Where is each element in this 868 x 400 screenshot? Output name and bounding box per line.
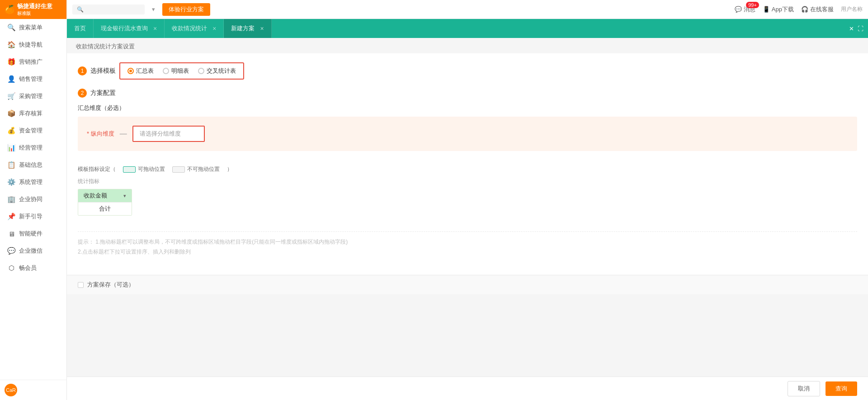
header-search[interactable]: 🔍 bbox=[72, 5, 145, 14]
sidebar-item-hardware[interactable]: 🖥 智能硬件 bbox=[0, 225, 66, 242]
chevron-down-icon: ▾ bbox=[123, 193, 126, 199]
tab-bank-flow-close[interactable]: × bbox=[153, 25, 157, 32]
indicator-table: 收款金额 ▾ 合计 bbox=[78, 189, 132, 216]
form-card: 1 选择模板 汇总表 明细表 交叉统计表 bbox=[67, 53, 868, 275]
tab-receipt-stats[interactable]: 收款情况统计 × bbox=[165, 19, 224, 38]
radio-dot-crosstab bbox=[198, 68, 204, 74]
sidebar-item-guide[interactable]: 📌 新手引导 bbox=[0, 208, 66, 225]
indicator-header[interactable]: 收款金额 ▾ bbox=[78, 189, 132, 202]
radio-summary[interactable]: 汇总表 bbox=[127, 67, 154, 75]
sidebar-item-label: 采购管理 bbox=[19, 92, 42, 100]
sidebar-item-label: 畅会员 bbox=[19, 264, 37, 272]
save-label: 方案保存（可选） bbox=[87, 281, 134, 289]
search-icon: 🔍 bbox=[7, 24, 15, 32]
sidebar-item-wechat[interactable]: 💬 企业微信 bbox=[0, 242, 66, 259]
dimension-area: 纵向维度 — 请选择分组维度 bbox=[78, 117, 857, 151]
chart-icon: 📊 bbox=[7, 144, 15, 152]
sidebar-item-label: 资金管理 bbox=[19, 127, 42, 135]
close-window-icon[interactable]: ✕ bbox=[849, 25, 854, 32]
member-icon: ⬡ bbox=[7, 264, 15, 272]
service-label: 在线客服 bbox=[810, 5, 834, 14]
main-area: 🔍 ▾ 体验行业方案 💬 消息 99+ 📱 App下载 🎧 在线客服 用户名称 … bbox=[67, 0, 868, 400]
tab-new-plan[interactable]: 新建方案 × bbox=[224, 19, 271, 38]
column-header-text: 收款金额 bbox=[84, 192, 107, 200]
sidebar-item-finance[interactable]: 💰 资金管理 bbox=[0, 122, 66, 139]
sidebar-item-label: 基础信息 bbox=[19, 161, 42, 169]
sidebar-item-label: 智能硬件 bbox=[19, 230, 42, 238]
logo-badge: 标准版 bbox=[17, 10, 52, 17]
download-button[interactable]: 📱 App下载 bbox=[763, 5, 794, 14]
building-icon: 🏢 bbox=[7, 195, 15, 203]
footer-bar: 取消 查询 bbox=[67, 376, 868, 400]
gift-icon: 🎁 bbox=[7, 58, 15, 66]
tab-home-label: 首页 bbox=[74, 24, 86, 33]
cart-icon: 🛒 bbox=[7, 92, 15, 100]
legend-suffix: ） bbox=[227, 165, 232, 173]
industry-solution-button[interactable]: 体验行业方案 bbox=[162, 3, 210, 16]
step1-section: 1 选择模板 汇总表 明细表 交叉统计表 bbox=[78, 62, 857, 80]
cancel-button[interactable]: 取消 bbox=[788, 381, 820, 396]
indicators-legend: 模板指标设定（ 可拖动位置 不可拖动位置 ） bbox=[78, 165, 857, 173]
avatar: CaR bbox=[5, 384, 17, 396]
home-icon: 🏠 bbox=[7, 41, 15, 49]
page-title: 收款情况统计方案设置 bbox=[67, 38, 868, 53]
legend-prefix: 模板指标设定（ bbox=[78, 165, 116, 173]
gear-icon: ⚙️ bbox=[7, 178, 15, 186]
dimension-section-title: 汇总维度（必选） bbox=[78, 104, 857, 112]
tab-receipt-stats-close[interactable]: × bbox=[212, 25, 216, 32]
radio-detail[interactable]: 明细表 bbox=[163, 67, 189, 75]
sidebar: 🍊 畅捷通好生意 标准版 🔍 搜索菜单 🏠 快捷导航 🎁 营销推广 👤 销售管理… bbox=[0, 0, 67, 400]
content-area: 收款情况统计方案设置 1 选择模板 汇总表 明细表 bbox=[67, 38, 868, 376]
save-checkbox[interactable] bbox=[78, 282, 84, 288]
sidebar-bottom: CaR bbox=[0, 380, 66, 400]
sidebar-item-sales[interactable]: 👤 销售管理 bbox=[0, 71, 66, 88]
tab-bank-flow[interactable]: 现金银行流水查询 × bbox=[94, 19, 165, 38]
user-info: 用户名称 bbox=[841, 5, 863, 13]
message-button[interactable]: 💬 消息 99+ bbox=[735, 5, 755, 14]
step2-header: 2 方案配置 bbox=[78, 89, 857, 98]
message-icon: 💬 bbox=[735, 6, 742, 13]
sidebar-item-inventory[interactable]: 📦 库存核算 bbox=[0, 105, 66, 122]
legend-fixed: 不可拖动位置 bbox=[172, 165, 220, 173]
maximize-icon[interactable]: ⛶ bbox=[858, 25, 863, 32]
chat-icon: 💬 bbox=[7, 247, 15, 255]
sidebar-item-operations[interactable]: 📊 经营管理 bbox=[0, 139, 66, 156]
logo-icon: 🍊 bbox=[5, 5, 14, 14]
radio-crosstab[interactable]: 交叉统计表 bbox=[198, 67, 236, 75]
sidebar-item-marketing[interactable]: 🎁 营销推广 bbox=[0, 53, 66, 71]
sidebar-item-label: 企业微信 bbox=[19, 247, 42, 255]
service-button[interactable]: 🎧 在线客服 bbox=[801, 5, 834, 14]
header-dropdown[interactable]: ▾ bbox=[150, 5, 157, 14]
template-radio-group: 汇总表 明细表 交叉统计表 bbox=[119, 62, 244, 80]
sidebar-item-system[interactable]: ⚙️ 系统管理 bbox=[0, 174, 66, 191]
download-icon: 📱 bbox=[763, 6, 770, 13]
tab-receipt-stats-label: 收款情况统计 bbox=[172, 24, 207, 33]
draggable-label: 可拖动位置 bbox=[138, 165, 165, 173]
sidebar-item-label: 经营管理 bbox=[19, 144, 42, 152]
sidebar-item-enterprise[interactable]: 🏢 企业协同 bbox=[0, 191, 66, 208]
radio-dot-detail bbox=[163, 68, 169, 74]
sidebar-item-purchase[interactable]: 🛒 采购管理 bbox=[0, 88, 66, 105]
indicators-section: 模板指标设定（ 可拖动位置 不可拖动位置 ） 统计指标 bbox=[78, 158, 857, 224]
sidebar-item-quick-nav[interactable]: 🏠 快捷导航 bbox=[0, 36, 66, 53]
step2-section: 2 方案配置 汇总维度（必选） 纵向维度 — 请选择分组维度 bbox=[78, 89, 857, 257]
save-option-section: 方案保存（可选） bbox=[67, 275, 868, 294]
sidebar-item-label: 快捷导航 bbox=[19, 41, 42, 49]
fixed-label: 不可拖动位置 bbox=[187, 165, 220, 173]
draggable-box bbox=[123, 166, 136, 173]
sidebar-item-search-menu[interactable]: 🔍 搜索菜单 bbox=[0, 19, 66, 36]
user-icon: 👤 bbox=[7, 75, 15, 83]
sidebar-item-basic-info[interactable]: 📋 基础信息 bbox=[0, 156, 66, 174]
query-button[interactable]: 查询 bbox=[826, 381, 857, 396]
monitor-icon: 🖥 bbox=[7, 230, 15, 238]
stats-label: 统计指标 bbox=[78, 178, 857, 185]
sidebar-item-label: 搜索菜单 bbox=[19, 24, 42, 32]
tab-new-plan-close[interactable]: × bbox=[260, 25, 264, 32]
download-label: App下载 bbox=[772, 5, 794, 14]
vertical-dimension-label: 纵向维度 bbox=[87, 130, 114, 138]
tab-home[interactable]: 首页 bbox=[67, 19, 94, 38]
sidebar-item-member[interactable]: ⬡ 畅会员 bbox=[0, 259, 66, 277]
dimension-selector[interactable]: 请选择分组维度 bbox=[132, 126, 205, 142]
sidebar-item-label: 系统管理 bbox=[19, 178, 42, 186]
step1-header: 1 选择模板 汇总表 明细表 交叉统计表 bbox=[78, 62, 857, 80]
